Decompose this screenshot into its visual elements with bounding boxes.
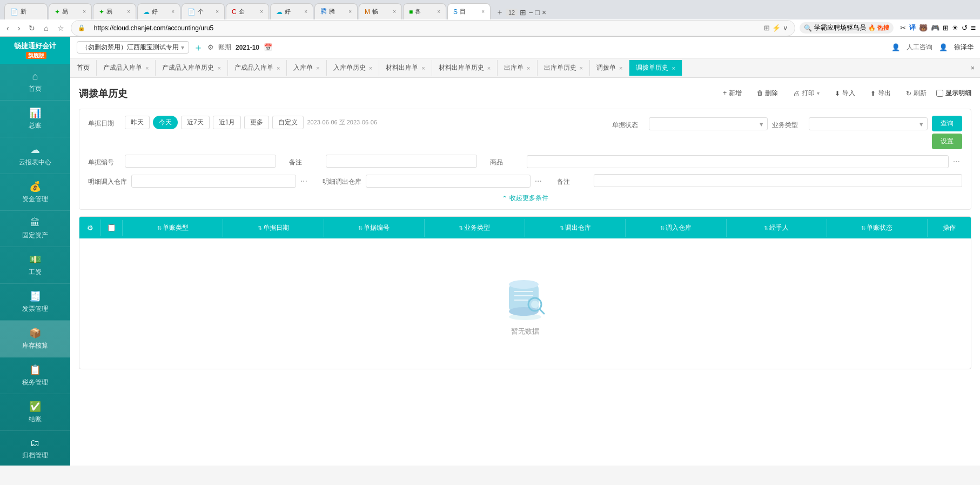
username[interactable]: 徐泽华 — [954, 43, 974, 52]
browser-tab-4[interactable]: ☁ 好 × — [137, 3, 180, 19]
sidebar-item-ledger[interactable]: 📊 总账 — [0, 101, 70, 137]
page-tab-4-close[interactable]: × — [316, 65, 319, 71]
grid-icon[interactable]: ⊞ — [943, 24, 949, 32]
url-input[interactable] — [88, 22, 762, 34]
minimize-icon[interactable]: − — [528, 8, 533, 17]
new-tab-icon[interactable]: ＋ — [496, 8, 504, 17]
wallet-icon[interactable]: 🐻 — [919, 24, 928, 32]
browser-tab-11[interactable]: S 目 × — [447, 3, 491, 19]
sidebar-item-home[interactable]: ⌂ 首页 — [0, 64, 70, 101]
display-cols-checkbox[interactable]: 显示明细 — [936, 89, 971, 98]
lightning-icon[interactable]: ⚡ — [772, 24, 781, 32]
status-select[interactable] — [649, 117, 768, 130]
import-btn[interactable]: ⬇ 导入 — [829, 87, 861, 100]
in-warehouse-dots[interactable]: ··· — [298, 174, 310, 188]
browser-tab-7[interactable]: ☁ 好 × — [270, 3, 313, 19]
remark-input-2[interactable] — [594, 174, 962, 187]
add-company-btn[interactable]: ＋ — [193, 41, 203, 54]
page-tab-6[interactable]: 材料出库单 × — [379, 60, 432, 76]
out-warehouse-dots[interactable]: ··· — [533, 174, 544, 188]
page-tab-8[interactable]: 出库单 × — [498, 60, 537, 76]
collapse-button[interactable]: ⌃ 收起更多条件 — [88, 194, 962, 203]
maximize-icon[interactable]: □ — [535, 8, 539, 17]
forward-button[interactable]: › — [16, 23, 23, 34]
goods-input[interactable] — [527, 155, 949, 168]
tab-manager-icon[interactable]: ⊞ — [520, 8, 526, 17]
th-gear[interactable]: ⚙ — [79, 220, 101, 236]
page-tab-4[interactable]: 入库单 × — [287, 60, 326, 76]
page-tab-2[interactable]: 产成品入库单历史 × — [156, 60, 227, 76]
refresh-button[interactable]: ↻ — [26, 23, 37, 34]
menu-icon[interactable]: ≡ — [971, 23, 976, 33]
refresh-btn[interactable]: ↻ 刷新 — [901, 87, 932, 100]
theme-icon[interactable]: ☀ — [952, 24, 958, 32]
page-tab-10[interactable]: 调拨单 × — [590, 60, 629, 76]
close-browser-icon[interactable]: × — [542, 8, 546, 17]
page-tab-9-close[interactable]: × — [580, 65, 583, 71]
browser-tab-5[interactable]: 📄 个 × — [182, 3, 225, 19]
date-btn-7days[interactable]: 近7天 — [181, 116, 210, 129]
extensions-icon[interactable]: ⊞ — [764, 24, 770, 32]
browser-tab-6[interactable]: C 企 × — [226, 3, 269, 19]
in-warehouse-input[interactable] — [131, 175, 296, 188]
page-tab-11-close[interactable]: × — [672, 65, 675, 71]
search-box[interactable]: 🔍 学霸应聘场驱鸟员 🔥 热搜 — [800, 22, 894, 34]
page-tab-5[interactable]: 入库单历史 × — [327, 60, 379, 76]
biz-type-select[interactable] — [809, 117, 928, 130]
print-btn[interactable]: 🖨 打印 ▾ — [788, 87, 825, 100]
date-btn-1month[interactable]: 近1月 — [213, 116, 241, 129]
company-selector[interactable]: （勿删勿禁用）江西服宝测试专用 ▾ — [77, 41, 189, 54]
goods-dots[interactable]: ··· — [951, 155, 962, 169]
page-tab-10-close[interactable]: × — [619, 65, 622, 71]
sidebar-item-funds[interactable]: 💰 资金管理 — [0, 174, 70, 211]
date-btn-today[interactable]: 今天 — [153, 116, 178, 129]
print-dropdown-icon[interactable]: ▾ — [817, 90, 820, 96]
scissors-icon[interactable]: ✂ — [900, 24, 906, 32]
delete-btn[interactable]: 🗑 删除 — [751, 87, 783, 100]
dropdown-icon[interactable]: ∨ — [783, 24, 788, 32]
back-button[interactable]: ‹ — [4, 23, 11, 34]
page-tab-6-close[interactable]: × — [421, 65, 425, 71]
company-settings-icon[interactable]: ⚙ — [207, 43, 214, 51]
th-status[interactable]: ⇅ 单账状态 — [827, 219, 928, 237]
page-tab-3[interactable]: 产成品入库单 × — [228, 60, 287, 76]
page-tab-1[interactable]: 产成品入库单 × — [97, 60, 156, 76]
page-tab-3-close[interactable]: × — [277, 65, 280, 71]
sidebar-item-reports[interactable]: ☁ 云报表中心 — [0, 137, 70, 174]
page-tab-7[interactable]: 材料出库单历史 × — [432, 60, 498, 76]
browser-tab-1[interactable]: 📄 新 — [4, 3, 48, 19]
calendar-icon[interactable]: 📅 — [264, 43, 272, 51]
out-warehouse-input[interactable] — [366, 175, 531, 188]
undo-icon[interactable]: ↺ — [962, 24, 968, 32]
th-out-warehouse[interactable]: ⇅ 调出仓库 — [525, 219, 626, 237]
browser-tab-8[interactable]: 腾 腾 × — [314, 3, 358, 19]
export-btn[interactable]: ⬆ 导出 — [865, 87, 896, 100]
tab-bar-close-all[interactable]: × — [965, 61, 980, 75]
page-tab-7-close[interactable]: × — [487, 65, 491, 71]
browser-tab-3[interactable]: ✦ 易 × — [93, 3, 136, 19]
sidebar-logo[interactable]: 畅捷通好会计 旗舰版 — [0, 37, 70, 64]
select-all-checkbox[interactable] — [108, 224, 115, 231]
date-btn-custom[interactable]: 自定义 — [272, 116, 304, 129]
sidebar-item-closing[interactable]: ✅ 结账 — [0, 394, 70, 431]
page-tab-home[interactable]: 首页 — [70, 60, 97, 76]
page-tab-11[interactable]: 调拨单历史 × — [629, 60, 682, 76]
browser-tab-10[interactable]: ■ 各 × — [403, 3, 446, 19]
page-tab-9[interactable]: 出库单历史 × — [538, 60, 590, 76]
page-tab-1-close[interactable]: × — [145, 65, 149, 71]
date-btn-yesterday[interactable]: 昨天 — [125, 116, 150, 129]
page-tab-5-close[interactable]: × — [369, 65, 372, 71]
new-btn[interactable]: + 新增 — [717, 87, 747, 100]
display-cols-input[interactable] — [936, 90, 943, 97]
th-doc-type[interactable]: ⇅ 单账类型 — [123, 219, 223, 237]
translate-icon[interactable]: 译 — [909, 23, 916, 32]
sidebar-item-tax[interactable]: 📋 税务管理 — [0, 357, 70, 394]
sidebar-item-assets[interactable]: 🏛 固定资产 — [0, 211, 70, 247]
date-btn-more[interactable]: 更多 — [244, 116, 269, 129]
game-icon[interactable]: 🎮 — [931, 24, 939, 32]
voucher-no-input[interactable] — [125, 155, 276, 168]
th-biz-type[interactable]: ⇅ 业务类型 — [425, 219, 525, 237]
sidebar-item-archive[interactable]: 🗂 归档管理 — [0, 431, 70, 466]
th-in-warehouse[interactable]: ⇅ 调入仓库 — [626, 219, 726, 237]
browser-tab-9[interactable]: M 畅 × — [359, 3, 402, 19]
